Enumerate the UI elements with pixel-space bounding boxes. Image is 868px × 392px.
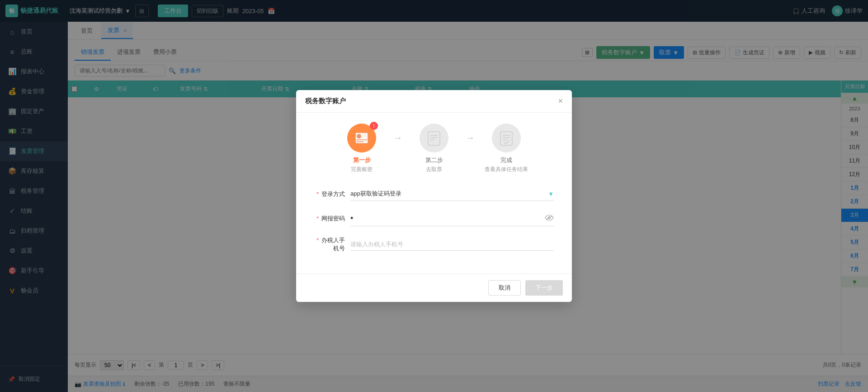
step-arrow-1: → [393, 124, 402, 143]
dialog-close-btn[interactable]: × [558, 96, 563, 106]
svg-rect-4 [428, 132, 440, 145]
stepper: ! 第一步 完善账密 → [314, 124, 554, 173]
login-method-control: app获取验证码登录 ▼ [350, 187, 554, 201]
step-3-circle [492, 124, 521, 153]
step-3-label: 完成 [500, 156, 512, 164]
svg-point-1 [357, 134, 361, 139]
step-1-badge: ! [347, 124, 376, 153]
login-method-value: app获取验证码登录 [350, 190, 401, 198]
password-field: • [350, 211, 554, 226]
phone-label: * 办税人手机号 [314, 236, 350, 253]
phone-control [350, 238, 554, 251]
password-label-text: 网报密码 [321, 215, 345, 222]
dialog-title: 税务数字账户 [305, 97, 346, 105]
phone-row: * 办税人手机号 [314, 236, 554, 253]
phone-label-text: 办税人手机号 [321, 237, 345, 252]
password-row: * 网报密码 • [314, 211, 554, 226]
step-1-error-badge: ! [370, 122, 378, 130]
phone-input[interactable] [350, 238, 554, 251]
modal-overlay[interactable]: 税务数字账户 × [0, 0, 868, 392]
step-1-desc: 完善账密 [351, 166, 373, 173]
step-arrow-2: → [466, 124, 475, 143]
login-method-select[interactable]: app获取验证码登录 ▼ [350, 187, 554, 201]
dialog-header: 税务数字账户 × [296, 90, 572, 113]
tax-digital-dialog: 税务数字账户 × [296, 90, 572, 302]
select-dropdown-icon: ▼ [548, 191, 554, 197]
dialog-body: ! 第一步 完善账密 → [296, 113, 572, 273]
step-3-desc: 查看具体任务结果 [485, 166, 528, 173]
step-2-svg [426, 130, 442, 146]
login-method-row: * 登录方式 app获取验证码登录 ▼ [314, 187, 554, 201]
password-label: * 网报密码 [314, 215, 350, 223]
step-2-desc: 去取票 [426, 166, 442, 173]
next-button[interactable]: 下一步 [525, 280, 563, 296]
step-3-svg [498, 130, 514, 146]
password-dots: • [350, 214, 354, 223]
step-3: 完成 查看具体任务结果 [475, 124, 538, 173]
phone-required-mark: * [316, 237, 319, 244]
password-control: • [350, 211, 554, 226]
step-2-circle [420, 124, 448, 153]
step-1: ! 第一步 完善账密 [330, 124, 393, 173]
step-1-label: 第一步 [353, 156, 371, 164]
login-method-text: 登录方式 [321, 191, 345, 197]
dialog-footer: 取消 下一步 [296, 273, 572, 302]
password-required-mark: * [316, 215, 319, 222]
step-2-label: 第二步 [425, 156, 443, 164]
toggle-password-icon[interactable] [545, 215, 554, 222]
login-method-label: * 登录方式 [314, 190, 350, 198]
login-required-mark: * [316, 191, 319, 197]
step-2: 第二步 去取票 [402, 124, 466, 173]
step-1-svg [354, 130, 370, 146]
cancel-button[interactable]: 取消 [488, 280, 521, 296]
